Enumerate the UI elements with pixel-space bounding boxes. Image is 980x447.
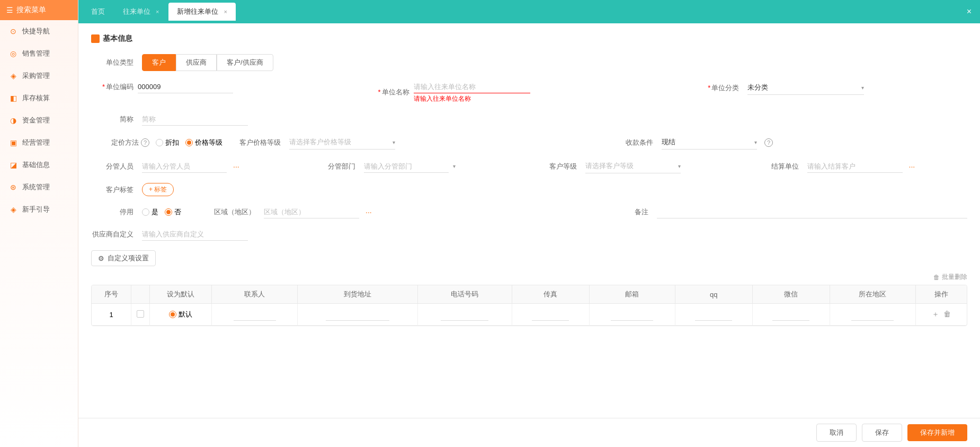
sidebar-item-inventory[interactable]: ◧ 库存核算 <box>0 87 78 109</box>
batch-delete-button[interactable]: 🗑 批量删除 <box>933 273 967 282</box>
tab-new-partner-label: 新增往来单位 <box>177 7 218 16</box>
col-email: 邮箱 <box>589 285 675 304</box>
tab-partners-close[interactable]: × <box>156 8 159 15</box>
row-wechat-input[interactable] <box>772 308 809 321</box>
region-more-button[interactable]: ··· <box>363 208 374 216</box>
tab-home[interactable]: 首页 <box>83 3 113 21</box>
settlement-more-button[interactable]: ··· <box>907 162 917 171</box>
discount-label: 折扣 <box>165 138 179 147</box>
unit-category-select[interactable]: 未分类 ▾ <box>747 81 864 95</box>
abbreviation-input[interactable] <box>142 113 248 126</box>
sidebar-item-operation[interactable]: ▣ 经营管理 <box>0 132 78 154</box>
remark-field: 备注 <box>606 206 967 218</box>
pricing-row: 定价方法 ? 折扣 价格等级 客户价格等级 <box>91 135 967 150</box>
customer-level-select[interactable]: 请选择客户等级 ▾ <box>585 159 681 173</box>
supplier-type-button[interactable]: 供应商 <box>176 54 217 71</box>
unit-name-input[interactable] <box>414 81 530 93</box>
section-title-text: 基本信息 <box>103 34 132 43</box>
code-name-category-row: *单位编码 *单位名称 请输入往来单位名称 *单位分类 未分类 <box>91 81 967 103</box>
sidebar-item-finance[interactable]: ◑ 资金管理 <box>0 109 78 132</box>
sidebar-item-label: 采购管理 <box>22 71 50 81</box>
disable-yes-radio[interactable]: 是 <box>142 207 158 217</box>
col-fax: 传真 <box>512 285 589 304</box>
sidebar-item-purchase[interactable]: ◈ 采购管理 <box>0 65 78 87</box>
pricing-discount-radio[interactable]: 折扣 <box>156 138 179 147</box>
add-tag-button[interactable]: + 标签 <box>142 183 174 196</box>
sidebar-item-system[interactable]: ⊛ 系统管理 <box>0 176 78 198</box>
row-contact-cell[interactable] <box>212 304 298 326</box>
disable-no-radio[interactable]: 否 <box>165 207 181 217</box>
row-location-input[interactable] <box>851 308 894 321</box>
row-delete-button[interactable]: 🗑 <box>943 310 951 318</box>
row-email-cell[interactable] <box>589 304 675 326</box>
abbreviation-label: 简称 <box>91 115 133 124</box>
customer-level-chevron-icon: ▾ <box>678 163 681 169</box>
row-default-radio[interactable]: 默认 <box>155 310 206 319</box>
col-wechat: 微信 <box>752 285 830 304</box>
row-phone-input[interactable] <box>441 308 488 321</box>
row-email-input[interactable] <box>611 308 653 321</box>
payment-help-icon[interactable]: ? <box>764 138 773 147</box>
payment-terms-select[interactable]: 现结 ▾ <box>662 135 757 150</box>
window-close-button[interactable]: × <box>963 5 976 19</box>
manager-input[interactable] <box>142 160 227 173</box>
save-button[interactable]: 保存 <box>862 424 902 442</box>
customer-price-label: 客户价格等级 <box>238 138 281 147</box>
department-select[interactable]: ▾ <box>453 163 464 169</box>
payment-terms-label: 收款条件 <box>611 138 653 147</box>
row-qq-input[interactable] <box>695 308 732 321</box>
sidebar-item-quick-nav[interactable]: ⊙ 快捷导航 <box>0 20 78 42</box>
unit-category-field: *单位分类 未分类 ▾ <box>697 81 967 95</box>
abbreviation-field: 简称 <box>91 113 967 126</box>
unit-code-input[interactable] <box>138 81 233 93</box>
supplier-custom-input[interactable] <box>142 228 248 241</box>
unit-name-label: *单位名称 <box>362 87 409 97</box>
row-address-cell[interactable] <box>298 304 417 326</box>
customer-type-button[interactable]: 客户 <box>142 54 176 71</box>
row-checkbox[interactable] <box>137 310 144 318</box>
section-basic-info: 基本信息 <box>91 34 967 43</box>
pricing-level-radio[interactable]: 价格等级 <box>185 138 222 147</box>
row-location-cell[interactable] <box>830 304 915 326</box>
row-fax-input[interactable] <box>532 308 569 321</box>
row-wechat-cell[interactable] <box>752 304 830 326</box>
row-qq-cell[interactable] <box>675 304 752 326</box>
pricing-method-help-icon[interactable]: ? <box>141 138 149 147</box>
settlement-label: 结算单位 <box>756 162 799 171</box>
tab-partners[interactable]: 往来单位 × <box>114 3 167 21</box>
customer-price-select[interactable]: 请选择客户价格等级 ▾ <box>289 135 395 150</box>
sidebar-item-sales[interactable]: ◎ 销售管理 <box>0 42 78 65</box>
tab-bar: 首页 往来单位 × 新增往来单位 × × <box>78 0 980 23</box>
row-phone-cell[interactable] <box>417 304 512 326</box>
row-checkbox-cell[interactable] <box>131 304 150 326</box>
table-actions-bar: 🗑 批量删除 <box>91 273 967 282</box>
default-radio-dot <box>171 312 175 317</box>
row-address-input[interactable] <box>326 308 389 321</box>
col-address: 到货地址 <box>298 285 417 304</box>
settings-gear-icon: ⚙ <box>98 255 104 262</box>
tab-new-partner[interactable]: 新增往来单位 × <box>168 3 235 21</box>
settlement-input[interactable] <box>807 160 903 173</box>
department-label: 分管部门 <box>313 162 355 171</box>
default-radio-circle <box>169 311 176 318</box>
search-menu-button[interactable]: ☰ 搜索菜单 <box>0 0 78 20</box>
remark-input[interactable] <box>657 206 967 218</box>
cancel-button[interactable]: 取消 <box>816 424 857 442</box>
tab-new-partner-close[interactable]: × <box>224 8 227 15</box>
custom-settings-button[interactable]: ⚙ 自定义项设置 <box>91 250 156 266</box>
save-new-button[interactable]: 保存并新增 <box>907 424 967 441</box>
row-add-button[interactable]: ＋ <box>932 310 939 318</box>
col-location: 所在地区 <box>830 285 915 304</box>
payment-terms-field: 收款条件 现结 ▾ ? <box>611 135 967 150</box>
col-qq: qq <box>675 285 752 304</box>
row-index: 1 <box>92 304 131 326</box>
pricing-method-radios: 折扣 价格等级 <box>156 138 222 147</box>
both-type-button[interactable]: 客户/供应商 <box>217 54 273 71</box>
row-contact-input[interactable] <box>234 308 276 321</box>
row-fax-cell[interactable] <box>512 304 589 326</box>
manager-more-button[interactable]: ··· <box>231 162 242 171</box>
sidebar-item-guide[interactable]: ◈ 新手引导 <box>0 198 78 221</box>
region-input[interactable] <box>264 206 359 218</box>
department-input[interactable] <box>364 160 449 173</box>
sidebar-item-basic[interactable]: ◪ 基础信息 <box>0 154 78 176</box>
